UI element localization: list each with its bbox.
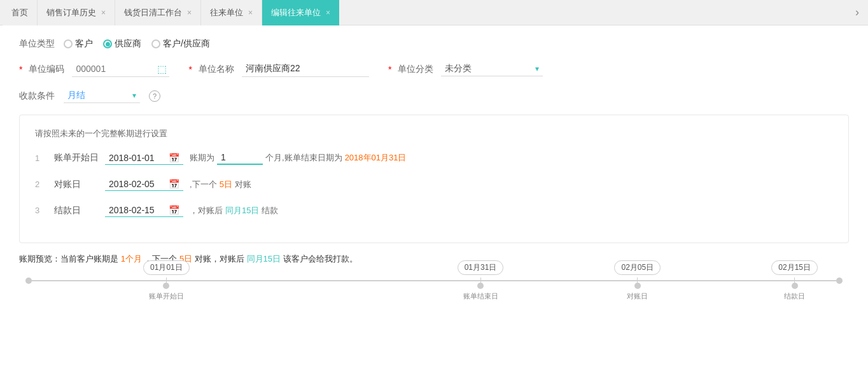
tab-edit-partner-label: 编辑往来单位 [271, 7, 321, 18]
start-date-cal-icon[interactable]: 📅 [169, 153, 179, 163]
timeline-start-dot [25, 278, 32, 284]
radio-supplier-circle [103, 39, 112, 48]
payment-terms-value: 月结 [67, 90, 127, 101]
unit-name-label: 单位名称 [199, 64, 234, 75]
tab-partners[interactable]: 往来单位 × [201, 0, 262, 25]
tab-cash-desk-label: 钱货日清工作台 [124, 7, 182, 18]
payment-date-input[interactable] [109, 205, 166, 215]
unit-code-label: 单位编码 [29, 64, 64, 75]
period-settings-box: 请按照未来的一个完整帐期进行设置 1 账单开始日 📅 账期为 个月,账单结束日期… [19, 115, 849, 243]
radio-both-label: 客户/供应商 [163, 38, 210, 50]
preview-part3: 同月15日 [247, 254, 281, 264]
preview-label: 账期预览：当前客户账期是 [19, 254, 118, 264]
tab-cash-desk-close[interactable]: × [187, 8, 192, 17]
period-num-1: 1 [35, 153, 48, 163]
radio-supplier[interactable]: 供应商 [103, 38, 141, 50]
tab-sales-history[interactable]: 销售订单历史 × [38, 0, 115, 25]
tab-sales-history-close[interactable]: × [101, 8, 106, 17]
reconcile-date-input[interactable] [109, 179, 166, 189]
reconcile-date-cal-icon[interactable]: 📅 [169, 179, 179, 189]
timeline-node-4: 02月15日 结款日 [771, 260, 818, 301]
unit-code-copy-icon[interactable]: ⬚ [155, 63, 169, 75]
unit-name-group: * 单位名称 [188, 61, 368, 77]
period-num-2: 2 [35, 179, 48, 189]
timeline-seg-2: 01月31日 账单结束日 [189, 280, 503, 281]
period-2-desc-suffix: 对账 [235, 179, 251, 190]
timeline-label-2: 账单结束日 [463, 292, 498, 301]
unit-type-row: 单位类型 客户 供应商 客户/供应商 [19, 38, 849, 50]
tab-cash-desk[interactable]: 钱货日清工作台 × [115, 0, 201, 25]
timeline-tail [817, 280, 836, 281]
unit-info-row: * 单位编码 ⬚ * 单位名称 * 单位分类 未分类 ▾ [19, 61, 849, 77]
unit-code-group: * 单位编码 ⬚ [19, 61, 169, 77]
payment-terms-row: 收款条件 月结 ▾ ? [19, 88, 849, 103]
unit-category-select[interactable]: 未分类 ▾ [441, 62, 543, 76]
timeline-dot-2 [477, 283, 484, 289]
radio-both[interactable]: 客户/供应商 [151, 38, 210, 50]
preview-suffix: 该客户会给我打款。 [283, 254, 358, 264]
period-2-desc: ,下一个 5日 对账 [190, 179, 251, 190]
period-row-1: 1 账单开始日 📅 账期为 个月,账单结束日期为 2018年01月31日 [35, 151, 833, 165]
tab-partners-label: 往来单位 [210, 7, 243, 18]
tab-home-label: 首页 [11, 7, 28, 18]
payment-date-cal-icon[interactable]: 📅 [169, 205, 179, 215]
payment-date-input-wrap: 📅 [105, 204, 183, 217]
payment-terms-arrow-icon: ▾ [132, 91, 136, 100]
radio-customer-label: 客户 [75, 38, 93, 50]
unit-name-input[interactable] [242, 61, 369, 77]
tab-partners-close[interactable]: × [248, 8, 253, 17]
period-num-3: 3 [35, 206, 48, 215]
period-label-1: 账单开始日 [54, 152, 99, 164]
timeline-node-1-stem [166, 278, 167, 283]
unit-category-value: 未分类 [445, 63, 530, 74]
timeline-bubble-2: 01月31日 [458, 260, 504, 275]
period-1-desc-suffix: 个月,账单结束日期为 [265, 152, 342, 164]
period-3-highlight: 同月15日 [225, 205, 259, 216]
period-1-desc-prefix: 账期为 [190, 152, 214, 164]
radio-customer[interactable]: 客户 [64, 38, 93, 50]
timeline-seg-1: 01月01日 账单开始日 [32, 280, 189, 281]
unit-name-star: * [188, 64, 192, 74]
unit-code-input[interactable] [72, 62, 155, 75]
tab-sales-history-label: 销售订单历史 [46, 7, 96, 18]
unit-code-star: * [19, 64, 22, 74]
preview-part1: 1个月 [121, 254, 142, 264]
payment-terms-select[interactable]: 月结 ▾ [64, 88, 140, 103]
timeline-node-2-stem [480, 278, 481, 283]
unit-category-arrow-icon: ▾ [535, 64, 539, 73]
period-2-desc-prefix: ,下一个 [190, 179, 217, 190]
tab-expander[interactable]: › [849, 6, 865, 19]
tab-home[interactable]: 首页 [3, 0, 38, 25]
timeline-bubble-4: 02月15日 [771, 260, 818, 275]
period-2-highlight: 5日 [220, 179, 232, 190]
start-date-input[interactable] [109, 153, 166, 163]
timeline-end-dot [836, 278, 843, 284]
timeline-label-1: 账单开始日 [149, 292, 184, 301]
timeline-bubble-3: 02月05日 [614, 260, 661, 275]
main-content: 单位类型 客户 供应商 客户/供应商 * 单位编码 ⬚ [0, 25, 868, 387]
unit-type-radio-group: 客户 供应商 客户/供应商 [64, 38, 210, 50]
timeline-label-3: 对账日 [627, 292, 648, 301]
tab-edit-partner-close[interactable]: × [326, 8, 330, 17]
timeline: 01月01日 账单开始日 01月31日 账单结束日 02月05日 对账日 [19, 278, 849, 284]
timeline-label-4: 结款日 [784, 292, 805, 301]
tab-edit-partner[interactable]: 编辑往来单位 × [262, 0, 339, 25]
period-instruction: 请按照未来的一个完整帐期进行设置 [35, 128, 833, 139]
timeline-dot-1 [163, 283, 169, 289]
radio-customer-circle [64, 39, 73, 48]
period-label-2: 对账日 [54, 179, 99, 190]
month-input-wrap [217, 151, 263, 165]
unit-category-star: * [388, 64, 391, 74]
period-3-desc-prefix: ，对账后 [190, 205, 223, 216]
period-row-3: 3 结款日 📅 ，对账后 同月15日 结款 [35, 204, 833, 217]
timeline-node-1: 01月01日 账单开始日 [143, 260, 190, 301]
payment-terms-help-icon[interactable]: ? [149, 90, 160, 102]
period-label-3: 结款日 [54, 205, 99, 216]
timeline-seg-3: 02月05日 对账日 [503, 280, 660, 281]
period-1-end-date: 2018年01月31日 [345, 152, 407, 164]
timeline-node-4-stem [794, 278, 795, 283]
period-1-desc: 账期为 个月,账单结束日期为 2018年01月31日 [190, 151, 406, 165]
radio-both-circle [151, 39, 160, 48]
month-input[interactable] [221, 152, 259, 162]
timeline-dot-4 [792, 283, 798, 289]
